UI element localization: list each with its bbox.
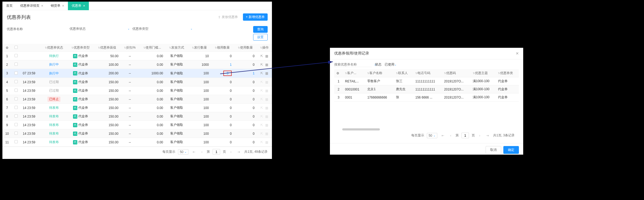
claim-count-link[interactable]: 1 bbox=[230, 63, 232, 67]
table-row[interactable]: 814 23:59待发布代代金券150.00--0.00客户领取10000⇱▦ bbox=[2, 112, 272, 121]
column-header[interactable]: ⇅优惠券类型 bbox=[67, 44, 94, 52]
modal-per-page-select[interactable]: 50⌄ bbox=[427, 133, 437, 138]
share-icon[interactable]: ⇱ bbox=[260, 132, 263, 136]
table-row[interactable]: 1014 23:59待发布代代金券150.00--0.00客户领取10000⇱▦ bbox=[2, 129, 272, 138]
ok-button[interactable]: 确定 bbox=[503, 146, 519, 154]
tab-首页[interactable]: 首页 bbox=[2, 2, 16, 10]
tab-优惠券[interactable]: 优惠券✕ bbox=[68, 2, 89, 10]
row-checkbox[interactable] bbox=[14, 63, 18, 66]
prev-page-button[interactable]: ‹ bbox=[449, 133, 453, 138]
column-header[interactable]: ⇅电话号码 bbox=[413, 69, 442, 77]
column-header[interactable]: ⇅客户... bbox=[343, 69, 365, 77]
table-row[interactable]: 614 23:59已终止代代金券150.00--0.00客户领取10000⇱▦ bbox=[2, 95, 272, 104]
status-filter-select[interactable]: 已使用⌄ bbox=[385, 62, 417, 67]
last-page-button[interactable]: ⇥ bbox=[485, 133, 490, 138]
table-row[interactable]: 914 23:59待发布代代金券150.00--0.00客户领取10000⇱▦ bbox=[2, 121, 272, 129]
column-header[interactable]: ⇅操作 bbox=[257, 44, 272, 52]
share-icon[interactable]: ⇱ bbox=[260, 140, 263, 144]
column-header[interactable]: ⇅使用数量 bbox=[234, 44, 257, 52]
prev-page-button[interactable]: ‹ bbox=[200, 150, 204, 154]
next-page-button[interactable]: › bbox=[229, 150, 233, 154]
table-row[interactable]: 514 23:59已过期代代金券150.00--0.00客户领取10000⇱▦ bbox=[2, 86, 272, 95]
share-icon[interactable]: ⇱ bbox=[260, 80, 263, 84]
close-icon[interactable]: ✕ bbox=[83, 4, 85, 7]
use-count-link[interactable]: 1 bbox=[253, 71, 254, 75]
distribute-coupon-button[interactable]: ⇪发放优惠券 bbox=[215, 13, 241, 21]
table-row[interactable]: 3000117666666666张156 6666 ...20191207O..… bbox=[334, 93, 519, 101]
column-header[interactable]: ⇅优惠券状态 bbox=[41, 44, 67, 52]
qr-icon[interactable]: ▦ bbox=[265, 123, 268, 127]
per-page-select[interactable]: 50⌄ bbox=[178, 149, 188, 155]
column-header[interactable]: ⇅优惠码 bbox=[442, 69, 470, 77]
share-icon[interactable]: ⇱ bbox=[260, 115, 263, 118]
column-header[interactable]: ⇅使用门槛... bbox=[139, 44, 165, 52]
row-checkbox[interactable] bbox=[14, 114, 18, 118]
filter-name-input[interactable] bbox=[24, 26, 67, 32]
column-header[interactable]: ⚙ bbox=[334, 69, 343, 77]
share-icon[interactable]: ⇱ bbox=[260, 97, 263, 101]
checkbox-all[interactable] bbox=[14, 46, 18, 49]
column-header[interactable] bbox=[21, 44, 41, 52]
row-checkbox[interactable] bbox=[14, 132, 18, 135]
column-header[interactable]: ⇅折扣% bbox=[121, 44, 139, 52]
row-checkbox[interactable] bbox=[14, 123, 18, 126]
column-header[interactable]: ⇅发放方式 bbox=[165, 44, 188, 52]
table-row[interactable]: 414 23:59已过期代代金券150.00--0.00客户领取10000⇱▦ bbox=[2, 78, 272, 86]
column-header[interactable]: ⚙ bbox=[2, 44, 12, 52]
qr-icon[interactable]: ▦ bbox=[265, 132, 268, 136]
qr-icon[interactable]: ▦ bbox=[265, 80, 268, 84]
qr-icon[interactable]: ▦ bbox=[265, 63, 268, 67]
share-icon[interactable]: ⇱ bbox=[260, 123, 263, 127]
qr-icon[interactable]: ▦ bbox=[265, 140, 268, 144]
row-checkbox[interactable] bbox=[14, 140, 18, 143]
table-row[interactable]: 1待执行代代金券50.00--0.00客户领取1000⇱▦ bbox=[2, 52, 272, 60]
qr-icon[interactable]: ▦ bbox=[265, 106, 268, 110]
search-input[interactable] bbox=[334, 63, 374, 66]
row-checkbox[interactable] bbox=[14, 54, 18, 57]
row-checkbox[interactable] bbox=[14, 80, 18, 83]
share-icon[interactable]: ⇱ bbox=[260, 89, 263, 93]
filter-type-select[interactable]: ⌄ bbox=[150, 26, 193, 31]
share-icon[interactable]: ⇱ bbox=[260, 63, 263, 67]
cancel-button[interactable]: 取消 bbox=[486, 146, 501, 154]
column-header[interactable]: ⇅优惠券类 bbox=[496, 69, 519, 77]
column-header[interactable]: ⇅优惠券面值 bbox=[94, 44, 121, 52]
row-checkbox[interactable] bbox=[14, 97, 18, 100]
row-checkbox[interactable] bbox=[14, 71, 18, 75]
column-header[interactable]: ⇅优惠主题 bbox=[471, 69, 496, 77]
search-button[interactable]: 查询 bbox=[253, 26, 268, 33]
table-row[interactable]: 1RETAIL...零散客户张三1111111111120191207O...满… bbox=[334, 77, 519, 85]
first-page-button[interactable]: ⇤ bbox=[191, 150, 197, 154]
tab-优惠券详情页[interactable]: 优惠券详情页✕ bbox=[16, 2, 47, 10]
close-icon[interactable]: ✕ bbox=[516, 51, 519, 56]
first-page-button[interactable]: ⇤ bbox=[440, 133, 446, 138]
settings-button[interactable]: 设置 bbox=[253, 34, 268, 41]
modal-page-input[interactable] bbox=[461, 133, 469, 138]
table-row[interactable]: 1114 23:59待发布代代金券150.00--0.00客户领取10000⇱▦ bbox=[2, 138, 272, 147]
qr-icon[interactable]: ▦ bbox=[265, 115, 268, 118]
search-box[interactable]: ⌕ bbox=[334, 62, 372, 67]
horizontal-scrollbar[interactable] bbox=[342, 128, 380, 130]
column-header[interactable]: ⇅发行数量 bbox=[188, 44, 211, 52]
add-coupon-button[interactable]: + 新增优惠券 bbox=[243, 13, 268, 21]
gear-icon[interactable]: ⚙ bbox=[336, 71, 339, 75]
next-page-button[interactable]: › bbox=[478, 133, 482, 138]
share-icon[interactable]: ⇱ bbox=[260, 54, 263, 58]
column-header[interactable]: ⇅联系人 bbox=[394, 69, 413, 77]
share-icon[interactable]: ⇱ bbox=[260, 106, 263, 110]
qr-icon[interactable]: ▦ bbox=[265, 89, 268, 93]
table-row[interactable]: 200010001北京1唐先生1111111111120191207O...满1… bbox=[334, 85, 519, 93]
last-page-button[interactable]: ⇥ bbox=[236, 150, 242, 154]
row-checkbox[interactable] bbox=[14, 89, 18, 92]
claim-count-link[interactable]: 3 bbox=[223, 71, 232, 76]
column-header[interactable] bbox=[12, 44, 21, 52]
page-input[interactable] bbox=[213, 149, 220, 155]
tab-销货单[interactable]: 销货单✕ bbox=[47, 2, 68, 10]
column-header[interactable]: ⇅领用数量 bbox=[211, 44, 234, 52]
table-row[interactable]: 307 23:59执行中代代金券200.00--1000.00客户领取10031… bbox=[2, 69, 272, 78]
qr-icon[interactable]: ▦ bbox=[265, 71, 268, 75]
table-row[interactable]: 714 23:59待发布代代金券150.00--0.00客户领取10000⇱▦ bbox=[2, 104, 272, 112]
table-row[interactable]: 2执行中代代金券100.00--0.00客户领取100010⇱▦ bbox=[2, 60, 272, 69]
qr-icon[interactable]: ▦ bbox=[265, 97, 268, 101]
share-icon[interactable]: ⇱ bbox=[260, 71, 263, 75]
